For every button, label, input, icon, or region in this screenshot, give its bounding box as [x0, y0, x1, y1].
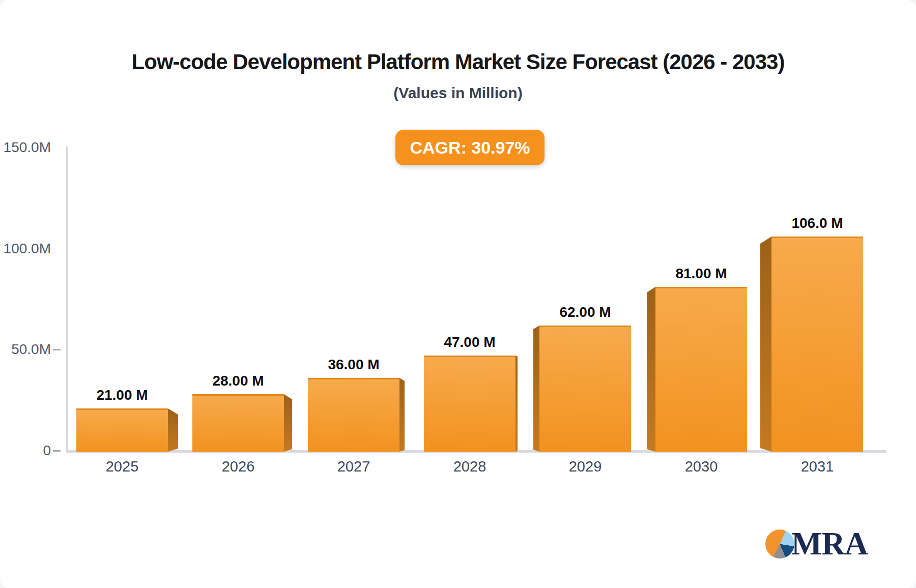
bar-side-2031 [760, 237, 771, 452]
bar-side-2029 [533, 326, 539, 452]
x-category-label: 2030 [685, 458, 718, 475]
bar-2028 [424, 356, 516, 452]
bar-side-2026 [284, 394, 292, 452]
logo-text: MRA [791, 527, 868, 560]
bar-value-label: 81.00 M [675, 266, 727, 282]
y-tick-dash [53, 450, 61, 452]
x-category-label: 2031 [801, 458, 834, 475]
bar-2031 [771, 237, 863, 452]
y-tick-label: 100.0M [0, 241, 51, 257]
bar-value-label: 28.00 M [212, 373, 264, 389]
logo-pie-icon [765, 530, 794, 558]
chart-card: Low-code Development Platform Market Siz… [0, 0, 916, 588]
bar-value-label: 62.00 M [559, 304, 611, 320]
x-category-label: 2026 [222, 458, 255, 475]
bar-2030 [655, 287, 747, 452]
bar-side-2025 [168, 408, 178, 452]
bar-2029 [539, 326, 631, 452]
plot-area: 150.0M100.0M50.0M021.00 M202528.00 M2026… [0, 0, 916, 588]
bar-side-2027 [399, 378, 405, 452]
mra-logo: MRA [765, 527, 868, 561]
bar-side-2030 [647, 287, 655, 452]
y-tick-label: 50.0M [0, 341, 51, 358]
x-category-label: 2025 [106, 458, 139, 475]
y-tick-label: 150.0M [0, 139, 51, 156]
y-tick-label: 0 [0, 443, 51, 459]
y-axis-line [66, 146, 68, 451]
bar-side-2028 [516, 356, 518, 452]
bar-2026 [192, 394, 284, 452]
bar-value-label: 106.0 M [791, 215, 843, 231]
bar-value-label: 47.00 M [444, 334, 495, 350]
x-category-label: 2029 [569, 458, 602, 475]
bar-2025 [76, 408, 168, 452]
y-tick-dash [53, 349, 61, 350]
bar-2027 [308, 378, 399, 452]
x-category-label: 2028 [453, 458, 486, 475]
bar-value-label: 21.00 M [96, 387, 148, 403]
bar-value-label: 36.00 M [328, 357, 379, 373]
x-category-label: 2027 [337, 458, 370, 475]
